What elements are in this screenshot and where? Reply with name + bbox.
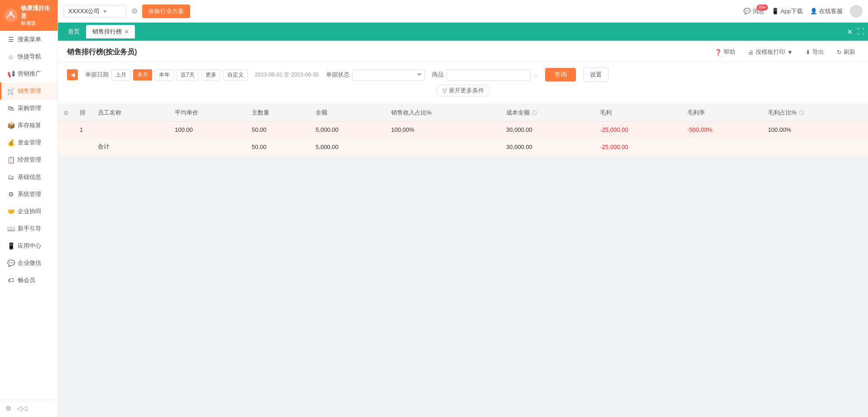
sidebar-item-sales[interactable]: 🛒 销售管理 — [0, 82, 58, 100]
table-row: 1 100.00 50.00 5,000.00 100.00% 30,000.0… — [58, 122, 868, 138]
refresh-icon: ↻ — [837, 49, 842, 56]
sidebar-item-basic[interactable]: 🗂 基础信息 — [0, 168, 58, 186]
sidebar-item-operations[interactable]: 📋 经营管理 — [0, 151, 58, 168]
date-btn-custom[interactable]: 自定义 — [223, 69, 248, 81]
date-btn-last-month[interactable]: 上月 — [111, 69, 130, 81]
col-gross: 毛利 — [595, 104, 682, 122]
tab-sales-rank[interactable]: 销售排行榜 ✕ — [86, 25, 135, 38]
footer-gross-rate — [682, 138, 762, 156]
sidebar-label-shortcut: 快捷导航 — [18, 53, 41, 61]
tab-sales-rank-close[interactable]: ✕ — [125, 29, 129, 35]
help-label: 帮助 — [724, 48, 735, 56]
date-btn-this-year[interactable]: 本年 — [155, 69, 174, 81]
table-header-row: ⚙ 排 员工名称 平均单价 主数量 全额 销售收入占比% 成本全额 ⓘ 毛利 毛… — [58, 104, 868, 122]
filter-row-main: ◀ 单据日期 上月 本月 本年 近7天 更多 自定义 2023-06-0 — [67, 67, 859, 82]
goods-input[interactable] — [446, 69, 531, 81]
sidebar-icon-purchase: 🛍 — [7, 105, 15, 112]
query-button[interactable]: 查询 — [545, 68, 576, 81]
sidebar-icon-system: ⚙ — [7, 191, 15, 198]
sidebar-gear-icon[interactable]: ⚙ — [5, 404, 11, 412]
sidebar-item-enterprise[interactable]: 🤝 企业协同 — [0, 203, 58, 220]
footer-avg-price — [169, 138, 246, 156]
date-btn-7days[interactable]: 近7天 — [177, 69, 199, 81]
sidebar-label-inventory: 库存核算 — [18, 121, 41, 129]
svg-point-1 — [10, 11, 12, 14]
trial-button[interactable]: 体验行业方案 — [142, 5, 190, 18]
tab-home[interactable]: 首页 — [62, 25, 86, 38]
col-settings[interactable]: ⚙ — [58, 104, 74, 122]
sidebar-item-inventory[interactable]: 📦 库存核算 — [0, 117, 58, 134]
sidebar-item-purchase[interactable]: 🛍 采购管理 — [0, 100, 58, 117]
filter-collapse-icon: ◀ — [71, 72, 75, 78]
page-inner: 销售排行榜(按业务员) ❓ 帮助 🖨 按模板打印 ▼ ⬇ 导出 — [58, 41, 868, 155]
header-settings-icon[interactable]: ⚙ — [131, 7, 138, 15]
page-header: 销售排行榜(按业务员) ❓ 帮助 🖨 按模板打印 ▼ ⬇ 导出 — [58, 41, 868, 62]
sidebar: 畅康通好生意 标准版 ☰ 搜索菜单 ⌂ 快捷导航 📢 营销推广 🛒 销售管理 🛍… — [0, 0, 58, 417]
sidebar-item-member[interactable]: 🏷 畅会员 — [0, 272, 58, 289]
col-settings-icon[interactable]: ⚙ — [63, 110, 69, 116]
sidebar-item-marketing[interactable]: 📢 营销推广 — [0, 65, 58, 82]
sidebar-item-apps[interactable]: 📱 应用中心 — [0, 237, 58, 254]
footer-gross-ratio — [762, 138, 868, 156]
sidebar-label-basic: 基础信息 — [18, 173, 41, 181]
col-gross-rate: 毛利率 — [682, 104, 762, 122]
message-btn[interactable]: 💬 消息 99+ — [743, 7, 764, 15]
table-wrap: ⚙ 排 员工名称 平均单价 主数量 全额 销售收入占比% 成本全额 ⓘ 毛利 毛… — [58, 104, 868, 155]
export-icon: ⬇ — [806, 49, 810, 56]
tab-close-all-icon[interactable]: ✕ — [847, 28, 853, 36]
app-download-btn[interactable]: 📱 App下载 — [772, 7, 803, 15]
sidebar-icon-basic: 🗂 — [7, 173, 15, 181]
goods-filter-label: 商品 — [432, 71, 444, 79]
sidebar-label-purchase: 采购管理 — [18, 104, 41, 112]
header-right: 💬 消息 99+ 📱 App下载 👤 在线客服 — [743, 5, 863, 18]
cell-cost-0: 30,000.00 — [501, 122, 595, 138]
template-print-btn[interactable]: 🖨 按模板打印 ▼ — [744, 46, 796, 58]
sidebar-icon-finance: 💰 — [7, 139, 15, 146]
tab-bar-controls: ✕ ⛶ — [847, 28, 864, 36]
sidebar-item-system[interactable]: ⚙ 系统管理 — [0, 186, 58, 203]
goods-more-icon[interactable]: ... — [533, 72, 538, 78]
filter-collapse-btn[interactable]: ◀ — [67, 69, 78, 80]
sidebar-collapse-icon[interactable]: ◁◁ — [17, 404, 28, 412]
footer-quantity: 50.00 — [246, 138, 310, 156]
cell-settings-0 — [58, 122, 74, 138]
online-service-btn[interactable]: 👤 在线客服 — [810, 7, 843, 15]
gross-ratio-info-icon[interactable]: ⓘ — [799, 110, 804, 115]
sidebar-label-apps: 应用中心 — [18, 242, 41, 250]
filter-settings-button[interactable]: 设置 — [583, 67, 609, 82]
company-selector[interactable]: XXXXX公司 ▼ — [63, 5, 127, 18]
tab-expand-icon[interactable]: ⛶ — [857, 28, 864, 36]
template-print-label: 按模板打印 — [756, 48, 785, 56]
top-header: XXXXX公司 ▼ ⚙ 体验行业方案 💬 消息 99+ 📱 App下载 👤 在线… — [58, 0, 868, 23]
cost-info-icon[interactable]: ⓘ — [532, 110, 537, 115]
export-btn[interactable]: ⬇ 导出 — [802, 46, 828, 58]
expand-more-btn[interactable]: ▽ 展开更多条件 — [436, 85, 490, 96]
sidebar-item-shortcut[interactable]: ⌂ 快捷导航 — [0, 48, 58, 65]
date-btn-this-month[interactable]: 本月 — [133, 69, 152, 81]
tab-home-label: 首页 — [68, 28, 80, 36]
footer-sales-ratio — [386, 138, 501, 156]
sidebar-icon-guide: 📖 — [7, 225, 15, 232]
page-content: 销售排行榜(按业务员) ❓ 帮助 🖨 按模板打印 ▼ ⬇ 导出 — [58, 41, 868, 417]
export-label: 导出 — [812, 48, 824, 56]
cell-name-0 — [92, 122, 169, 138]
sidebar-label-operations: 经营管理 — [18, 156, 41, 164]
expand-row: ▽ 展开更多条件 — [67, 82, 859, 98]
date-btn-more[interactable]: 更多 — [201, 69, 221, 81]
sidebar-label-sales: 销售管理 — [18, 87, 41, 95]
app-name: 畅康通好生意 — [21, 5, 54, 20]
sidebar-item-search[interactable]: ☰ 搜索菜单 — [0, 31, 58, 48]
sidebar-item-finance[interactable]: 💰 资金管理 — [0, 134, 58, 151]
status-select[interactable] — [352, 69, 425, 81]
logo-icon — [4, 8, 18, 23]
sidebar-icon-apps: 📱 — [7, 242, 15, 249]
help-btn[interactable]: ❓ 帮助 — [711, 46, 739, 58]
sidebar-item-guide[interactable]: 📖 新手引导 — [0, 220, 58, 237]
company-chevron-icon: ▼ — [102, 9, 107, 14]
refresh-btn[interactable]: ↻ 刷新 — [833, 46, 859, 58]
sales-rank-table: ⚙ 排 员工名称 平均单价 主数量 全额 销售收入占比% 成本全额 ⓘ 毛利 毛… — [58, 104, 868, 155]
user-avatar[interactable] — [850, 5, 863, 18]
sidebar-item-wechat[interactable]: 💬 企业微信 — [0, 254, 58, 272]
date-filter-label: 单据日期 — [85, 71, 109, 79]
footer-gross: -25,000.00 — [595, 138, 682, 156]
